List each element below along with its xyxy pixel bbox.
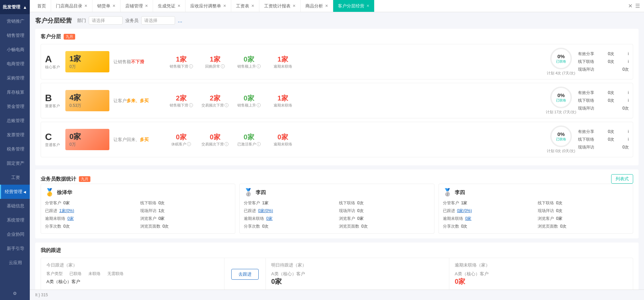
sidebar-item-zjgl[interactable]: 资金管理 xyxy=(0,99,30,114)
tier-amount-c: 0万 xyxy=(69,142,105,147)
sidebar-item-gdcz[interactable]: 固定资产 xyxy=(0,156,30,170)
metric-count[interactable]: 1家 xyxy=(176,55,186,64)
stat-value-link[interactable]: 0家(0%) xyxy=(258,208,273,214)
metric-count[interactable]: 2家 xyxy=(210,94,220,103)
tab-close-all-icon[interactable]: ✕ xyxy=(628,3,632,9)
stat-value: 0次 xyxy=(63,224,70,229)
tab-close-icon[interactable]: ✕ xyxy=(293,4,296,8)
tab-sales-order[interactable]: 销货单 ✕ xyxy=(92,0,121,12)
tab-customer-tier[interactable]: 客户分层经营 ✕ xyxy=(333,0,374,12)
tab-close-icon[interactable]: ✕ xyxy=(366,4,369,8)
metric-c-3: 0家 逾期未联络 xyxy=(269,133,296,147)
metric-count[interactable]: 0家 xyxy=(243,94,254,103)
staff-stat-item: 浏览客户 0家 xyxy=(140,216,231,222)
tab-adjust[interactable]: 应收应付调整单 ✕ xyxy=(186,0,231,12)
sidebar-item-jcxx[interactable]: 基础信息 xyxy=(0,199,30,213)
metric-count[interactable]: 0家 xyxy=(176,133,186,142)
sidebar-item-fpgl[interactable]: 发票管理 xyxy=(0,128,30,142)
sidebar-item-xsgl[interactable]: 销售管理 xyxy=(0,28,30,43)
sales-select[interactable]: 请选择 xyxy=(141,16,175,25)
info-icon[interactable]: i xyxy=(221,64,225,68)
tab-payroll[interactable]: 工资表 ✕ xyxy=(231,0,259,12)
metric-count[interactable]: 1家 xyxy=(277,55,288,64)
metric-count[interactable]: 0家 xyxy=(243,55,254,64)
tab-close-icon[interactable]: ✕ xyxy=(145,4,148,8)
tab-home[interactable]: 首页 xyxy=(33,0,51,12)
tier-label-b: B 重要客户 xyxy=(45,93,65,109)
sidebar-item-dsggl[interactable]: 电商管理 xyxy=(0,57,30,71)
info-icon[interactable]: i xyxy=(628,89,629,97)
sidebar-item-yxtt[interactable]: 营销推广 xyxy=(0,14,30,28)
sidebar-item-qyxt[interactable]: 企业协同 xyxy=(0,227,30,241)
info-icon[interactable]: i xyxy=(189,64,193,68)
metric-count[interactable]: 0家 xyxy=(210,133,220,142)
goto-followup-button[interactable]: 去跟进 xyxy=(231,269,259,280)
metric-count[interactable]: 2家 xyxy=(176,94,186,103)
tab-close-icon[interactable]: ✕ xyxy=(251,4,254,8)
tab-voucher[interactable]: 生成凭证 ✕ xyxy=(153,0,186,12)
sidebar-item-jygl[interactable]: 经营管理 ◀ xyxy=(0,185,30,199)
metric-count[interactable]: 0家 xyxy=(277,133,288,142)
sidebar-item-label: 工资 xyxy=(11,175,20,180)
stat-value: 1次 xyxy=(158,208,165,214)
sidebar-item-gz[interactable]: 工资 xyxy=(0,170,30,185)
info-icon[interactable]: i xyxy=(628,136,629,143)
info-icon[interactable]: i xyxy=(628,50,629,58)
sidebar-item-kchs[interactable]: 库存核算 xyxy=(0,85,30,99)
sidebar-item-zzgl[interactable]: 总账管理 xyxy=(0,114,30,128)
tab-store-manage[interactable]: 店铺管理 ✕ xyxy=(121,0,153,12)
tab-product-analysis[interactable]: 商品分析 ✕ xyxy=(301,0,333,12)
circle-label: 已联络 xyxy=(556,98,566,103)
page-title: 客户分层经营 xyxy=(35,17,72,25)
tier-letter-a: A xyxy=(45,54,65,65)
staff-header-1: 🥈 李四 xyxy=(244,188,430,197)
metric-count[interactable]: 1家 xyxy=(210,55,220,64)
tab-payroll-report[interactable]: 工资统计报表 ✕ xyxy=(259,0,301,12)
staff-stats-section: 业务员数据统计 九月 列表式 🥇 徐泽华 分管客户 0家 xyxy=(35,169,639,238)
metric-count[interactable]: 1家 xyxy=(277,94,288,103)
tab-close-icon[interactable]: ✕ xyxy=(112,4,115,8)
sidebar-item-cjgl[interactable]: 采购管理 xyxy=(0,71,30,85)
sidebar-item-xtgl[interactable]: 系统管理 xyxy=(0,213,30,227)
info-icon[interactable]: i xyxy=(628,97,629,105)
tab-close-icon[interactable]: ✕ xyxy=(223,4,226,8)
stat-label: 现场拜访 xyxy=(339,208,355,214)
col-header-contacted: 已联络 xyxy=(69,271,82,277)
sidebar-top[interactable]: 批发管理 ▲ xyxy=(0,0,30,14)
tab-store-products[interactable]: 门店商品目录 ✕ xyxy=(51,0,92,12)
settings-button[interactable]: ⚙ xyxy=(0,287,30,300)
stat-value-link[interactable]: 0家 xyxy=(266,216,273,222)
tab-label: 工资统计报表 xyxy=(264,3,291,9)
sidebar-item-yyyyyy[interactable]: 云应用 xyxy=(0,256,30,270)
stat-value-link[interactable]: 1家(0%) xyxy=(59,208,74,214)
stat-value-link[interactable]: 0家 xyxy=(67,216,74,222)
sidebar-item-xbdc[interactable]: 小畅电商 xyxy=(0,43,30,57)
info-icon[interactable]: i xyxy=(224,103,229,107)
stat-label: 逾期未联络 xyxy=(443,216,463,222)
tab-close-icon[interactable]: ✕ xyxy=(84,4,87,8)
list-view-button[interactable]: 列表式 xyxy=(611,174,633,184)
metric-count[interactable]: 0家 xyxy=(243,133,254,142)
info-icon[interactable]: i xyxy=(187,142,191,146)
stat-value-link[interactable]: 0家 xyxy=(465,216,472,222)
info-icon[interactable]: i xyxy=(257,64,261,68)
stat-value-link[interactable]: 0家(0%) xyxy=(457,208,472,214)
sidebar-collapse-icon[interactable]: ▲ xyxy=(23,5,27,10)
staff-name-0: 徐泽华 xyxy=(57,189,72,196)
info-icon[interactable]: i xyxy=(257,142,261,146)
dept-select[interactable]: 请选择 xyxy=(89,16,123,25)
info-icon[interactable]: i xyxy=(628,58,629,66)
more-filter-button[interactable]: ... xyxy=(178,18,182,24)
sidebar-item-swgl[interactable]: 税务管理 xyxy=(0,142,30,156)
tab-menu-icon[interactable]: ☰ xyxy=(635,3,640,9)
tab-close-icon[interactable]: ✕ xyxy=(177,4,180,8)
stat-label: 浏览页面数 xyxy=(339,224,359,229)
info-icon[interactable]: i xyxy=(257,103,261,107)
sidebar-item-xsyj[interactable]: 新手引导 xyxy=(0,241,30,256)
info-icon[interactable]: i xyxy=(628,128,629,136)
metric-label: 逾期未联络 xyxy=(274,64,292,69)
followup-overdue-col: 逾期未联络（家） A类（核心）客户 0家 xyxy=(449,258,633,290)
tab-close-icon[interactable]: ✕ xyxy=(325,4,328,8)
info-icon[interactable]: i xyxy=(189,103,193,107)
info-icon[interactable]: i xyxy=(224,142,229,146)
